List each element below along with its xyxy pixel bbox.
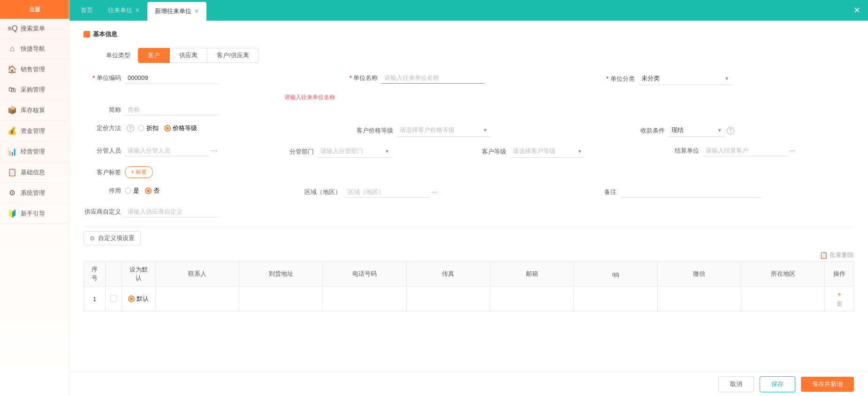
qq-input[interactable]	[579, 295, 652, 303]
region-input[interactable]	[345, 186, 429, 198]
chevron-down-icon5: ▼	[577, 148, 582, 154]
cell-region[interactable]	[741, 287, 825, 311]
tab-partners-label: 往来单位	[108, 6, 132, 15]
type-btn-supplier[interactable]: 供应离	[170, 48, 207, 63]
type-btn-customer[interactable]: 客户	[138, 48, 170, 63]
custom-settings-button[interactable]: ⚙ 自定义项设置	[84, 231, 141, 245]
default-radio-circle	[128, 295, 135, 302]
tab-home-label: 首页	[81, 6, 93, 15]
remark-input[interactable]	[620, 186, 761, 198]
purchase-icon: 🛍	[8, 85, 17, 94]
row-checkbox[interactable]	[110, 295, 117, 302]
tab-new-partner[interactable]: 新增往来单位 ✕	[147, 2, 206, 21]
sidebar-item-purchase[interactable]: 🛍 采购管理	[0, 80, 69, 100]
manager-more-button[interactable]: ···	[209, 147, 219, 155]
contact-input[interactable]	[160, 295, 234, 303]
save-new-button[interactable]: 保存并新增	[801, 377, 854, 392]
field-unit-category: 单位分类 未分类 ▼	[597, 72, 854, 85]
phone-input[interactable]	[327, 295, 401, 303]
field-customer-tag: 客户标签 + 标签	[84, 166, 854, 178]
tab-new-partner-close[interactable]: ✕	[194, 8, 199, 15]
supplier-custom-label: 供应商自定义	[84, 208, 121, 216]
system-icon: ⚙	[8, 188, 17, 197]
customer-price-placeholder: 请选择客户价格等级	[400, 126, 455, 134]
tab-home[interactable]: 首页	[73, 0, 100, 21]
del-row-button[interactable]: 🗑	[834, 299, 845, 308]
section-icon	[84, 31, 90, 38]
cancel-button[interactable]: 取消	[718, 376, 754, 392]
radio-disable-no[interactable]: 否	[145, 186, 160, 195]
customer-price-label: 客户价格等级	[356, 126, 393, 135]
tab-partners[interactable]: 往来单位 ✕	[100, 0, 147, 21]
add-tag-button[interactable]: + 标签	[125, 166, 153, 178]
email-input[interactable]	[495, 295, 569, 303]
settlement-input[interactable]	[703, 145, 787, 156]
pricing-help-icon[interactable]: ?	[127, 124, 134, 132]
operations-icon: 📊	[8, 147, 17, 156]
sidebar-item-search[interactable]: ≡Q 搜索菜单	[0, 19, 69, 39]
cell-contact[interactable]	[155, 287, 239, 311]
row-region-input[interactable]	[746, 295, 820, 303]
radio-price-level[interactable]: 价格等级	[164, 124, 197, 132]
unit-name-label: 单位名称	[340, 74, 378, 82]
address-input[interactable]	[244, 295, 318, 303]
type-btn-both[interactable]: 客户/供应离	[207, 48, 259, 63]
cell-wechat[interactable]	[657, 287, 741, 311]
customer-price-select[interactable]: 请选择客户价格等级 ▼	[397, 124, 491, 137]
unit-category-value: 未分类	[641, 74, 660, 83]
cell-address[interactable]	[239, 287, 322, 311]
fax-input[interactable]	[411, 295, 485, 303]
wechat-input[interactable]	[662, 295, 736, 303]
sidebar-item-newbie[interactable]: 🔰 新手引导	[0, 203, 69, 224]
unit-name-input[interactable]	[381, 72, 485, 84]
customer-level-select[interactable]: 请选择客户等级 ▼	[510, 145, 585, 158]
customer-level-label: 客户等级	[469, 148, 506, 156]
settlement-label: 结算单位	[662, 147, 699, 155]
settlement-more-button[interactable]: ···	[787, 147, 797, 155]
supplier-custom-input[interactable]	[125, 206, 219, 217]
sidebar-item-operations[interactable]: 📊 经营管理	[0, 141, 69, 162]
sidebar-item-sales[interactable]: 🏠 销售管理	[0, 59, 69, 80]
radio-price-level-label: 价格等级	[173, 124, 197, 132]
form-row-shortname: 简称	[84, 104, 854, 116]
chevron-down-icon: ▼	[724, 76, 730, 81]
radio-discount-circle	[138, 125, 145, 132]
payment-terms-select[interactable]: 现结 ▼	[669, 124, 725, 137]
field-settlement: 结算单位 ···	[662, 145, 854, 156]
field-region: 区域（地区） ···	[304, 186, 579, 198]
radio-disable-yes-label: 是	[133, 186, 139, 195]
sidebar-item-quicknav[interactable]: ⌂ 快捷导航	[0, 39, 69, 59]
table-row: 1 默认	[84, 287, 854, 311]
radio-disable-yes[interactable]: 是	[125, 186, 139, 195]
batch-delete-label[interactable]: 批量删除	[830, 251, 854, 259]
sidebar-item-finance[interactable]: 💰 资金管理	[0, 121, 69, 141]
radio-discount[interactable]: 折扣	[138, 124, 159, 132]
cell-qq[interactable]	[574, 287, 657, 311]
sidebar-item-basicinfo[interactable]: 📋 基础信息	[0, 162, 69, 183]
tab-partners-close[interactable]: ✕	[135, 7, 140, 14]
manager-input[interactable]	[125, 145, 209, 156]
short-name-input[interactable]	[125, 104, 219, 116]
sidebar-item-label: 快捷导航	[21, 45, 45, 53]
window-close-button[interactable]: ✕	[850, 5, 864, 16]
remark-label: 备注	[579, 188, 617, 196]
field-unit-name: 单位名称	[340, 72, 597, 84]
add-row-button[interactable]: +	[836, 289, 843, 299]
save-button[interactable]: 保存	[760, 376, 795, 392]
cell-phone[interactable]	[323, 287, 406, 311]
sidebar-item-inventory[interactable]: 📦 库存核算	[0, 100, 69, 121]
unit-category-select[interactable]: 未分类 ▼	[639, 72, 732, 85]
cell-email[interactable]	[490, 287, 574, 311]
cell-index: 1	[84, 287, 106, 311]
cell-checkbox[interactable]	[106, 287, 122, 311]
payment-help-icon[interactable]: ?	[727, 127, 734, 134]
col-checkbox	[106, 262, 122, 287]
cell-fax[interactable]	[406, 287, 490, 311]
default-radio[interactable]: 默认	[127, 295, 151, 303]
region-more-button[interactable]: ···	[429, 188, 439, 196]
unit-code-input[interactable]	[125, 72, 219, 84]
sidebar-item-system[interactable]: ⚙ 系统管理	[0, 183, 69, 203]
department-select[interactable]: 请输入分管部门 ▼	[318, 145, 393, 158]
batch-delete-icon: 📋	[820, 251, 828, 259]
batch-delete-bar: 📋 批量删除	[84, 251, 854, 259]
